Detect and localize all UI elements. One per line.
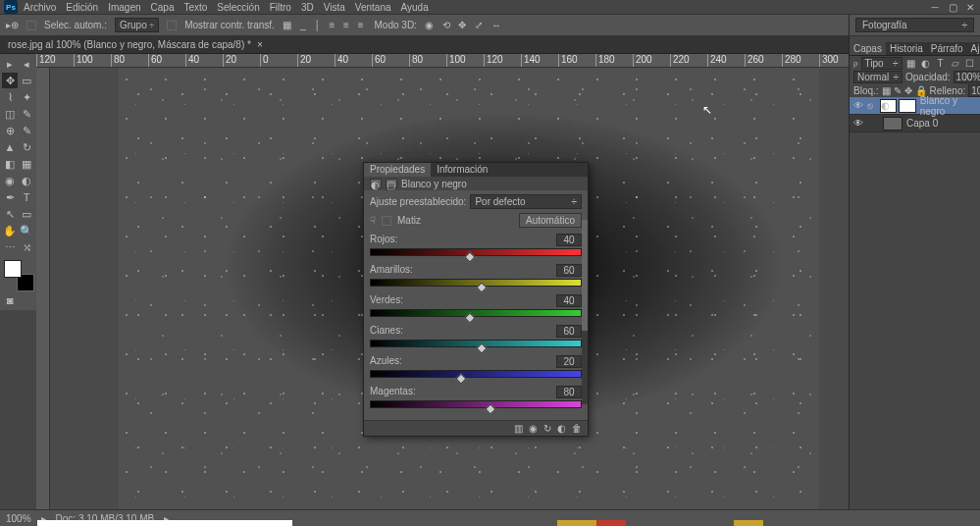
ruler-horizontal[interactable]: 1201008060402002040608010012014016018020… [36,54,849,68]
menu-select[interactable]: Selección [217,2,259,13]
lasso-tool[interactable]: ⌇ [2,89,18,105]
opacity-value[interactable]: 100% [954,71,980,83]
filter-shape-icon[interactable]: ▱ [950,58,961,69]
filter-adj-icon[interactable]: ◐ [920,58,932,69]
clip-icon[interactable]: ▥ [514,423,523,434]
menu-window[interactable]: Ventana [355,2,391,13]
tab-layers[interactable]: Capas [850,42,886,55]
document-tab[interactable]: rose.jpg al 100% (Blanco y negro, Máscar… [0,36,980,54]
mode-3d-icons[interactable]: ◉ ⟲ ✥ ⤢ ↔ [425,20,504,30]
slider-knob[interactable] [464,312,475,323]
auto-select-dropdown[interactable]: Grupo ÷ [115,18,159,32]
maximize-icon[interactable]: ▢ [947,2,958,13]
toggle-visibility-icon[interactable]: ◐ [557,423,566,434]
layer-bw[interactable]: 👁 ⎋ ◐ Blanco y negro [850,97,980,115]
auto-button[interactable]: Automático [519,213,582,228]
filter-image-icon[interactable]: ▦ [905,58,917,69]
menu-image[interactable]: Imagen [108,2,140,13]
layer-filter-dropdown[interactable]: Tipo÷ [861,57,903,70]
close-tab-icon[interactable]: × [257,39,263,50]
auto-select-checkbox[interactable] [26,21,36,30]
menu-edit[interactable]: Edición [66,2,98,13]
collapse-icon[interactable]: ◂ [19,56,34,72]
lock-move-icon[interactable]: ✥ [904,85,912,96]
foreground-color[interactable] [4,260,22,278]
slider-track[interactable] [370,248,582,256]
menu-help[interactable]: Ayuda [401,2,429,13]
layer-mask-thumb[interactable] [899,99,915,113]
show-transform-checkbox[interactable] [167,21,177,30]
heal-tool[interactable]: ⊕ [2,123,18,138]
menu-filter[interactable]: Filtro [270,2,291,13]
menu-layer[interactable]: Capa [151,2,175,13]
ruler-vertical[interactable] [36,68,50,509]
edit-toolbar-icon[interactable]: ⋯ [2,239,18,255]
preset-dropdown[interactable]: Por defecto÷ [470,194,582,209]
slider-knob[interactable] [464,251,475,262]
tab-paragraph[interactable]: Párrafo [927,42,967,55]
lock-pixels-icon[interactable]: ▦ [882,85,891,96]
swap-colors-icon[interactable]: ⤭ [19,239,34,255]
crop-tool[interactable]: ◫ [2,106,18,122]
slider-track[interactable] [370,279,582,287]
wand-tool[interactable]: ✦ [19,89,34,105]
hand-adjust-icon[interactable]: ☟ [370,215,376,226]
view-previous-icon[interactable]: ◉ [529,423,538,434]
tab-adjust[interactable]: Ajustes [967,42,980,55]
delete-icon[interactable]: 🗑 [572,423,582,434]
link-icon[interactable]: ⎋ [867,100,876,111]
slider-value[interactable] [556,325,582,338]
blend-mode-dropdown[interactable]: Normal÷ [853,71,903,83]
path-tool[interactable]: ↖ [2,206,18,222]
layer-thumb[interactable] [883,117,903,131]
slider-track[interactable] [370,400,582,408]
color-swatches[interactable] [4,260,34,291]
move-tool[interactable]: ✥ [2,73,18,88]
tab-properties[interactable]: Propiedades [364,163,431,177]
minimize-icon[interactable]: ─ [929,2,941,13]
shape-tool[interactable]: ▭ [19,206,34,222]
scrollbar[interactable] [582,220,588,404]
slider-track[interactable] [370,309,582,317]
slider-value[interactable] [556,294,582,307]
menu-3d[interactable]: 3D [301,2,314,13]
slider-value[interactable] [556,386,582,398]
visibility-icon[interactable]: 👁 [853,100,863,111]
slider-knob[interactable] [477,342,488,353]
menu-file[interactable]: Archivo [24,2,56,13]
dodge-tool[interactable]: ◐ [19,173,34,188]
slider-value[interactable] [556,264,582,277]
menu-view[interactable]: Vista [324,2,345,13]
zoom-level[interactable]: 100% [6,513,31,524]
layer-bg[interactable]: 👁 Capa 0 [850,115,980,132]
filter-type-icon[interactable]: T [935,58,947,69]
menu-text[interactable]: Texto [183,2,207,13]
slider-value[interactable] [556,234,582,246]
slider-knob[interactable] [455,373,466,384]
eyedropper-tool[interactable]: ✎ [19,106,34,122]
close-icon[interactable]: ✕ [964,2,976,13]
brush-tool[interactable]: ✎ [19,123,34,138]
slider-track[interactable] [370,340,582,347]
lock-brush-icon[interactable]: ✎ [894,85,902,96]
layer-thumb[interactable]: ◐ [880,99,897,113]
workspace-dropdown[interactable]: Fotografía÷ [855,18,974,32]
history-brush-tool[interactable]: ↻ [19,139,34,155]
type-tool[interactable]: T [19,189,34,205]
slider-knob[interactable] [485,403,495,414]
quickmask-icon[interactable]: ◙ [2,292,18,308]
hand-tool[interactable]: ✋ [2,223,18,238]
zoom-tool[interactable]: 🔍 [19,223,34,238]
slider-knob[interactable] [477,282,488,292]
slider-track[interactable] [370,370,582,378]
blur-tool[interactable]: ◉ [2,173,18,188]
gradient-tool[interactable]: ▦ [19,156,34,172]
expand-icon[interactable]: ▸ [2,56,18,72]
stamp-tool[interactable]: ▲ [2,139,18,155]
eraser-tool[interactable]: ◧ [2,156,18,172]
align-icons[interactable]: ▦ ⎯ │ ≡ ≡ ≡ [283,20,367,30]
tint-checkbox[interactable] [382,216,391,226]
tab-info[interactable]: Información [431,163,493,177]
marquee-tool[interactable]: ▭ [19,73,34,88]
pen-tool[interactable]: ✒ [2,189,18,205]
